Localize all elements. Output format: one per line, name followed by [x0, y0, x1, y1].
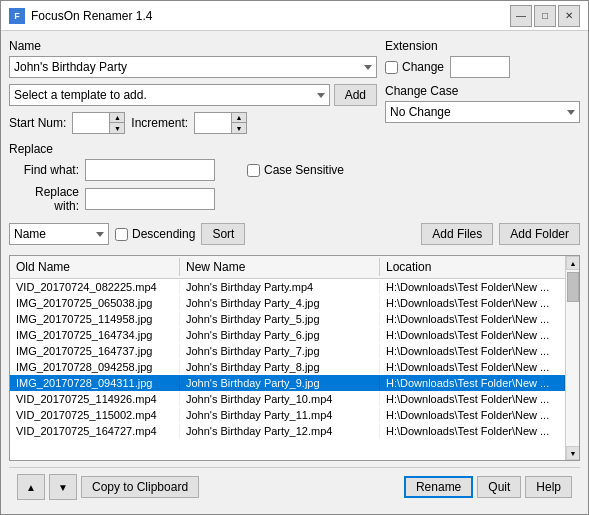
location-cell: H:\Downloads\Test Folder\New ... — [380, 280, 565, 294]
scroll-down-button[interactable]: ▼ — [566, 446, 580, 460]
increment-input[interactable]: 1 — [195, 113, 231, 133]
name-label: Name — [9, 39, 377, 53]
case-sensitive-row: Case Sensitive — [247, 163, 580, 177]
start-num-up[interactable]: ▲ — [110, 113, 124, 123]
main-content: Name John's Birthday Party Select a temp… — [1, 31, 588, 514]
old-name-cell: IMG_20170725_114958.jpg — [10, 312, 180, 326]
scrollbar[interactable]: ▲ ▼ — [565, 256, 579, 460]
name-input[interactable]: John's Birthday Party — [9, 56, 377, 78]
start-num-label: Start Num: — [9, 116, 66, 130]
start-num-spinbox[interactable]: 1 ▲ ▼ — [72, 112, 125, 134]
name-group: Name John's Birthday Party — [9, 39, 377, 78]
increment-up[interactable]: ▲ — [232, 113, 246, 123]
old-name-cell: IMG_20170725_164737.jpg — [10, 344, 180, 358]
location-cell: H:\Downloads\Test Folder\New ... — [380, 360, 565, 374]
template-select[interactable]: Select a template to add. — [9, 84, 330, 106]
table-row[interactable]: VID_20170725_164727.mp4 John's Birthday … — [10, 423, 565, 439]
minimize-button[interactable]: — — [510, 5, 532, 27]
change-checkbox-row: Change — [385, 60, 444, 74]
help-button[interactable]: Help — [525, 476, 572, 498]
maximize-button[interactable]: □ — [534, 5, 556, 27]
move-down-button[interactable]: ▼ — [49, 474, 77, 500]
scroll-up-button[interactable]: ▲ — [566, 256, 580, 270]
replace-label: Replace — [9, 142, 580, 156]
new-name-cell: John's Birthday Party_12.mp4 — [180, 424, 380, 438]
old-name-cell: VID_20170725_115002.mp4 — [10, 408, 180, 422]
sort-button[interactable]: Sort — [201, 223, 245, 245]
extension-group: Extension Change jpg — [385, 39, 580, 78]
old-name-cell: IMG_20170725_164734.jpg — [10, 328, 180, 342]
sort-row: Name Date Size Type Descending Sort Add … — [9, 219, 580, 249]
table-row[interactable]: VID_20170725_114926.mp4 John's Birthday … — [10, 391, 565, 407]
title-bar: F FocusOn Renamer 1.4 — □ ✕ — [1, 1, 588, 31]
new-name-cell: John's Birthday Party_9.jpg — [180, 376, 380, 390]
find-input[interactable] — [85, 159, 215, 181]
increment-down[interactable]: ▼ — [232, 123, 246, 133]
increment-arrows: ▲ ▼ — [231, 113, 246, 133]
change-label: Change — [402, 60, 444, 74]
col-new-name[interactable]: New Name — [180, 258, 380, 276]
table-row[interactable]: IMG_20170725_065038.jpg John's Birthday … — [10, 295, 565, 311]
replace-section: Replace Find what: Case Sensitive Replac… — [9, 142, 580, 213]
table-row[interactable]: IMG_20170725_164737.jpg John's Birthday … — [10, 343, 565, 359]
top-section: Name John's Birthday Party Select a temp… — [9, 39, 580, 134]
change-case-select[interactable]: No Change Uppercase Lowercase Title Case — [385, 101, 580, 123]
add-files-button[interactable]: Add Files — [421, 223, 493, 245]
extension-label: Extension — [385, 39, 580, 53]
table-row[interactable]: VID_20170725_115002.mp4 John's Birthday … — [10, 407, 565, 423]
start-num-input[interactable]: 1 — [73, 113, 109, 133]
spinbox-row: Start Num: 1 ▲ ▼ Increment: 1 ▲ ▼ — [9, 112, 377, 134]
change-case-label: Change Case — [385, 84, 580, 98]
old-name-cell: IMG_20170725_065038.jpg — [10, 296, 180, 310]
add-template-button[interactable]: Add — [334, 84, 377, 106]
old-name-cell: VID_20170724_082225.mp4 — [10, 280, 180, 294]
start-num-down[interactable]: ▼ — [110, 123, 124, 133]
replace-input[interactable] — [85, 188, 215, 210]
new-name-cell: John's Birthday Party_4.jpg — [180, 296, 380, 310]
table-row[interactable]: VID_20170724_082225.mp4 John's Birthday … — [10, 279, 565, 295]
table-row[interactable]: IMG_20170728_094258.jpg John's Birthday … — [10, 359, 565, 375]
col-old-name[interactable]: Old Name — [10, 258, 180, 276]
window-controls: — □ ✕ — [510, 5, 580, 27]
case-sensitive-checkbox[interactable] — [247, 164, 260, 177]
close-button[interactable]: ✕ — [558, 5, 580, 27]
move-up-button[interactable]: ▲ — [17, 474, 45, 500]
location-cell: H:\Downloads\Test Folder\New ... — [380, 328, 565, 342]
change-case-group: Change Case No Change Uppercase Lowercas… — [385, 84, 580, 123]
file-table: Old Name New Name Location VID_20170724_… — [9, 255, 580, 461]
descending-checkbox[interactable] — [115, 228, 128, 241]
rename-button[interactable]: Rename — [404, 476, 473, 498]
scroll-thumb[interactable] — [567, 272, 579, 302]
old-name-cell: IMG_20170728_094311.jpg — [10, 376, 180, 390]
new-name-cell: John's Birthday Party_7.jpg — [180, 344, 380, 358]
old-name-cell: VID_20170725_114926.mp4 — [10, 392, 180, 406]
find-label: Find what: — [9, 163, 79, 177]
increment-spinbox[interactable]: 1 ▲ ▼ — [194, 112, 247, 134]
location-cell: H:\Downloads\Test Folder\New ... — [380, 392, 565, 406]
template-row: Select a template to add. Add — [9, 84, 377, 106]
copy-to-clipboard-button[interactable]: Copy to Clipboard — [81, 476, 199, 498]
table-row[interactable]: IMG_20170725_164734.jpg John's Birthday … — [10, 327, 565, 343]
app-icon: F — [9, 8, 25, 24]
table-row[interactable]: IMG_20170725_114958.jpg John's Birthday … — [10, 311, 565, 327]
sort-select[interactable]: Name Date Size Type — [9, 223, 109, 245]
descending-label: Descending — [132, 227, 195, 241]
col-location[interactable]: Location — [380, 258, 565, 276]
quit-button[interactable]: Quit — [477, 476, 521, 498]
new-name-cell: John's Birthday Party.mp4 — [180, 280, 380, 294]
bottom-bar: ▲ ▼ Copy to Clipboard Rename Quit Help — [9, 467, 580, 506]
location-cell: H:\Downloads\Test Folder\New ... — [380, 408, 565, 422]
sort-right-buttons: Add Files Add Folder — [421, 223, 580, 245]
new-name-cell: John's Birthday Party_10.mp4 — [180, 392, 380, 406]
location-cell: H:\Downloads\Test Folder\New ... — [380, 424, 565, 438]
descending-row: Descending — [115, 227, 195, 241]
add-folder-button[interactable]: Add Folder — [499, 223, 580, 245]
location-cell: H:\Downloads\Test Folder\New ... — [380, 344, 565, 358]
new-name-cell: John's Birthday Party_11.mp4 — [180, 408, 380, 422]
ext-input[interactable]: jpg — [450, 56, 510, 78]
replace-with-label: Replace with: — [9, 185, 79, 213]
table-body: VID_20170724_082225.mp4 John's Birthday … — [10, 279, 565, 460]
table-row[interactable]: IMG_20170728_094311.jpg John's Birthday … — [10, 375, 565, 391]
location-cell: H:\Downloads\Test Folder\New ... — [380, 376, 565, 390]
change-checkbox[interactable] — [385, 61, 398, 74]
